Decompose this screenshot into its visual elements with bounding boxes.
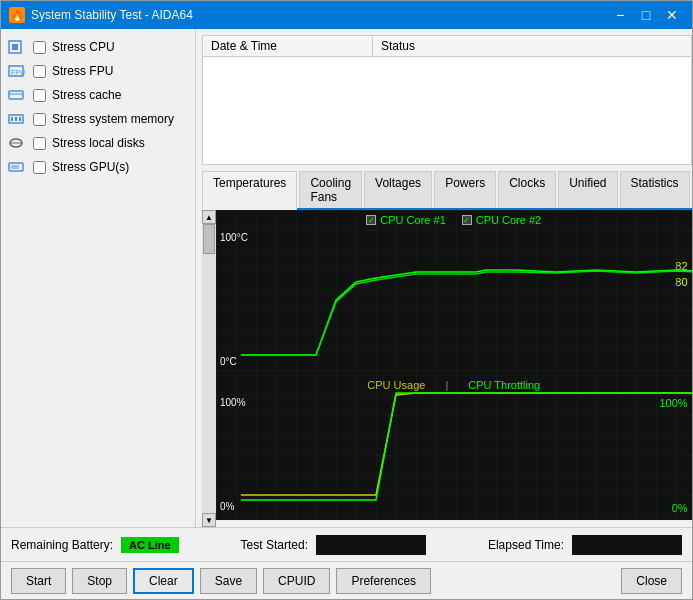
- tab-cooling-fans[interactable]: Cooling Fans: [299, 171, 362, 208]
- stress-disks-checkbox[interactable]: [33, 137, 46, 150]
- tab-statistics[interactable]: Statistics: [620, 171, 690, 208]
- save-button[interactable]: Save: [200, 568, 257, 594]
- title-bar-left: 🔥 System Stability Test - AIDA64: [9, 7, 193, 23]
- scroll-down-btn[interactable]: ▼: [202, 513, 216, 527]
- scroll-up-btn[interactable]: ▲: [202, 210, 216, 224]
- tab-temperatures[interactable]: Temperatures: [202, 171, 297, 210]
- stress-cache-label: Stress cache: [52, 88, 121, 102]
- svg-rect-18: [216, 375, 692, 520]
- right-panel: Date & Time Status Temperatures Cooling …: [196, 29, 692, 527]
- preferences-button[interactable]: Preferences: [336, 568, 431, 594]
- scroll-track: [202, 224, 216, 513]
- log-col-status: Status: [373, 36, 691, 56]
- svg-rect-16: [11, 165, 19, 169]
- cpu-icon: [7, 39, 27, 55]
- svg-rect-17: [216, 210, 692, 375]
- legend-cpu-usage: CPU Usage: [367, 379, 425, 391]
- elapsed-time-value: [572, 535, 682, 555]
- legend-cpu-throttling: CPU Throttling: [468, 379, 540, 391]
- close-window-button[interactable]: ✕: [660, 5, 684, 25]
- main-window: 🔥 System Stability Test - AIDA64 − □ ✕ S…: [0, 0, 693, 600]
- log-col-datetime: Date & Time: [203, 36, 373, 56]
- stress-memory-label: Stress system memory: [52, 112, 174, 126]
- usage-chart-svg: [216, 375, 692, 520]
- stress-cache-item: Stress cache: [7, 85, 189, 105]
- tab-bar: Temperatures Cooling Fans Voltages Power…: [202, 171, 692, 210]
- svg-rect-11: [15, 117, 17, 121]
- tab-clocks[interactable]: Clocks: [498, 171, 556, 208]
- usage-chart: CPU Usage | CPU Throttling 100% 0% 100% …: [216, 375, 692, 520]
- stress-cpu-checkbox[interactable]: [33, 41, 46, 54]
- stop-button[interactable]: Stop: [72, 568, 127, 594]
- title-bar: 🔥 System Stability Test - AIDA64 − □ ✕: [1, 1, 692, 29]
- temperature-chart: CPU Core #1 CPU Core #2 100°C 0°C: [216, 210, 692, 375]
- test-started-value: [316, 535, 426, 555]
- content-area: Stress CPU FPU Stress FPU Stress cache: [1, 29, 692, 527]
- temp-legend: CPU Core #1 CPU Core #2: [216, 214, 692, 226]
- app-icon: 🔥: [9, 7, 25, 23]
- stress-fpu-item: FPU Stress FPU: [7, 61, 189, 81]
- log-header: Date & Time Status: [203, 36, 691, 57]
- stress-memory-checkbox[interactable]: [33, 113, 46, 126]
- scroll-thumb[interactable]: [203, 224, 215, 254]
- elapsed-time-label: Elapsed Time:: [488, 538, 564, 552]
- charts-column: CPU Core #1 CPU Core #2 100°C 0°C: [216, 210, 692, 527]
- svg-rect-1: [12, 44, 18, 50]
- legend-core1: CPU Core #1: [366, 214, 445, 226]
- legend-core1-check[interactable]: [366, 215, 376, 225]
- legend-core2: CPU Core #2: [462, 214, 541, 226]
- stress-cpu-item: Stress CPU: [7, 37, 189, 57]
- temp-chart-svg: [216, 210, 692, 375]
- minimize-button[interactable]: −: [608, 5, 632, 25]
- log-body: [203, 57, 691, 164]
- legend-separator: |: [445, 379, 448, 391]
- maximize-button[interactable]: □: [634, 5, 658, 25]
- fpu-icon: FPU: [7, 63, 27, 79]
- stress-fpu-checkbox[interactable]: [33, 65, 46, 78]
- usage-legend: CPU Usage | CPU Throttling: [216, 379, 692, 391]
- gpu-icon: [7, 159, 27, 175]
- legend-core2-label: CPU Core #2: [476, 214, 541, 226]
- stress-disks-label: Stress local disks: [52, 136, 145, 150]
- left-panel: Stress CPU FPU Stress FPU Stress cache: [1, 29, 196, 527]
- title-buttons: − □ ✕: [608, 5, 684, 25]
- start-button[interactable]: Start: [11, 568, 66, 594]
- bottom-bar: Start Stop Clear Save CPUID Preferences …: [1, 561, 692, 599]
- log-area: Date & Time Status: [202, 35, 692, 165]
- tab-unified[interactable]: Unified: [558, 171, 617, 208]
- stress-gpu-checkbox[interactable]: [33, 161, 46, 174]
- status-bar: Remaining Battery: AC Line Test Started:…: [1, 527, 692, 561]
- close-button[interactable]: Close: [621, 568, 682, 594]
- cpuid-button[interactable]: CPUID: [263, 568, 330, 594]
- test-started-label: Test Started:: [241, 538, 308, 552]
- svg-rect-12: [19, 117, 21, 121]
- tab-voltages[interactable]: Voltages: [364, 171, 432, 208]
- stress-cpu-label: Stress CPU: [52, 40, 115, 54]
- stress-gpu-item: Stress GPU(s): [7, 157, 189, 177]
- legend-core2-check[interactable]: [462, 215, 472, 225]
- window-title: System Stability Test - AIDA64: [31, 8, 193, 22]
- stress-cache-checkbox[interactable]: [33, 89, 46, 102]
- ram-icon: [7, 111, 27, 127]
- battery-value: AC Line: [121, 537, 179, 553]
- disk-icon: [7, 135, 27, 151]
- svg-rect-10: [11, 117, 13, 121]
- battery-label: Remaining Battery:: [11, 538, 113, 552]
- svg-text:FPU: FPU: [11, 69, 25, 76]
- tab-powers[interactable]: Powers: [434, 171, 496, 208]
- legend-core1-label: CPU Core #1: [380, 214, 445, 226]
- full-charts: ▲ ▼ CPU Core #1: [202, 210, 692, 527]
- stress-gpu-label: Stress GPU(s): [52, 160, 129, 174]
- side-scrollbar[interactable]: ▲ ▼: [202, 210, 216, 527]
- stress-fpu-label: Stress FPU: [52, 64, 113, 78]
- tabs-container: Temperatures Cooling Fans Voltages Power…: [202, 171, 692, 527]
- clear-button[interactable]: Clear: [133, 568, 194, 594]
- svg-rect-7: [9, 91, 23, 99]
- stress-memory-item: Stress system memory: [7, 109, 189, 129]
- stress-disks-item: Stress local disks: [7, 133, 189, 153]
- cache-icon: [7, 87, 27, 103]
